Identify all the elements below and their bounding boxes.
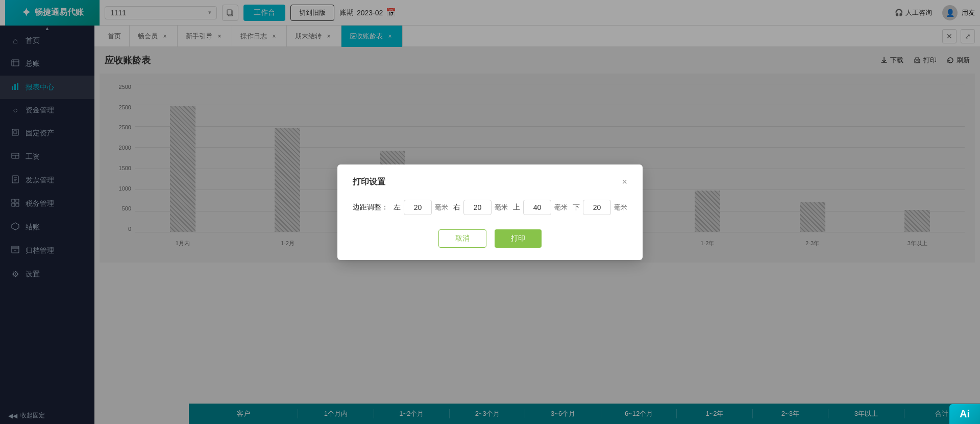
cancel-button[interactable]: 取消 xyxy=(438,229,486,248)
margin-top-input[interactable] xyxy=(523,200,551,215)
margin-top-label: 上 xyxy=(513,203,520,212)
margin-left-label: 左 xyxy=(394,203,401,212)
modal-overlay: 打印设置 × 边距调整： 左 毫米 右 毫米 上 毫米 下 xyxy=(0,0,980,424)
margin-right-label: 右 xyxy=(453,203,460,212)
margin-right-unit: 毫米 xyxy=(495,203,508,212)
margin-label: 边距调整： xyxy=(353,203,388,212)
margin-left-group: 左 毫米 xyxy=(394,200,448,215)
margin-left-unit: 毫米 xyxy=(435,203,448,212)
ai-badge[interactable]: Ai xyxy=(949,404,980,424)
confirm-print-button[interactable]: 打印 xyxy=(495,229,542,248)
margin-bottom-group: 下 毫米 xyxy=(573,200,627,215)
margin-right-group: 右 毫米 xyxy=(453,200,508,215)
print-settings-modal: 打印设置 × 边距调整： 左 毫米 右 毫米 上 毫米 下 xyxy=(337,164,643,260)
margin-right-input[interactable] xyxy=(463,200,492,215)
modal-close-button[interactable]: × xyxy=(622,177,627,187)
ai-badge-label: Ai xyxy=(960,408,970,419)
margin-top-group: 上 毫米 xyxy=(513,200,568,215)
modal-body: 边距调整： 左 毫米 右 毫米 上 毫米 下 毫米 xyxy=(353,200,627,215)
margin-left-input[interactable] xyxy=(404,200,432,215)
margin-bottom-unit: 毫米 xyxy=(614,203,627,212)
modal-title: 打印设置 xyxy=(353,177,385,187)
modal-footer: 取消 打印 xyxy=(353,229,627,248)
margin-top-unit: 毫米 xyxy=(554,203,568,212)
margin-bottom-input[interactable] xyxy=(583,200,611,215)
margin-bottom-label: 下 xyxy=(573,203,580,212)
modal-header: 打印设置 × xyxy=(353,177,627,187)
